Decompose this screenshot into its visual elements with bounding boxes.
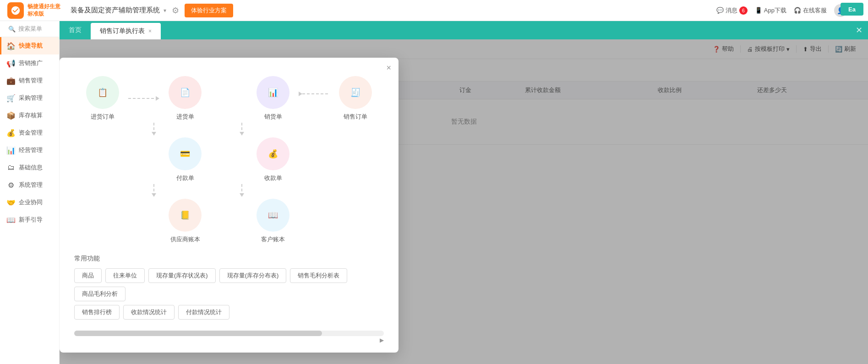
modal-box: × 📋 进货订单 <box>60 58 399 353</box>
logo-icon <box>7 2 24 19</box>
system-icon: ⚙ <box>7 181 15 189</box>
logo-area[interactable]: 畅捷通好生意 标准版 <box>7 2 67 19</box>
basic-icon: 🗂 <box>7 163 15 172</box>
common-btn-sales-rank[interactable]: 销售排行榜 <box>74 305 120 320</box>
settings-icon[interactable]: ⚙ <box>172 5 179 16</box>
arrow-down-sales-bill <box>225 123 258 136</box>
svg-text:📋: 📋 <box>98 87 108 98</box>
flow-node-receipt-bill[interactable]: 💰 收款单 <box>257 137 289 182</box>
dropdown-icon[interactable]: ▾ <box>164 7 166 14</box>
finance-icon: 💰 <box>7 129 15 137</box>
modal-scrollbar-thumb <box>74 331 322 336</box>
svg-text:💰: 💰 <box>268 149 278 159</box>
svg-text:💳: 💳 <box>180 149 191 159</box>
common-btn-receipt-stats[interactable]: 收款情况统计 <box>123 305 175 320</box>
tab-home[interactable]: 首页 <box>60 21 91 39</box>
main-area: 首页 销售订单执行表 × ✕ ❓ 帮助 🖨 按模板打印 ▾ ⬆ 导出 <box>60 21 868 364</box>
scroll-arrow-right: ▶ <box>74 337 384 343</box>
svg-text:📄: 📄 <box>180 87 191 98</box>
sidebar-item-guide[interactable]: 📖 新手引导 <box>0 211 59 228</box>
headset-icon: 🎧 <box>794 7 801 14</box>
common-btn-payment-stats[interactable]: 付款情况统计 <box>178 305 229 320</box>
search-menu[interactable]: 🔍 搜索菜单 <box>0 21 59 37</box>
modal-close-button[interactable]: × <box>386 63 391 73</box>
tab-sales-order-exec[interactable]: 销售订单执行表 × <box>91 23 161 39</box>
page-content: ❓ 帮助 🖨 按模板打印 ▾ ⬆ 导出 🔄 刷新 <box>60 39 868 364</box>
common-btn-goods-gross[interactable]: 商品毛利分析 <box>74 287 126 301</box>
purchase-icon: 🛒 <box>7 94 15 102</box>
header-right: 💬 消息 6 📱 App下载 🎧 在线客服 👤 用友 Ea <box>716 4 861 17</box>
online-service-button[interactable]: 🎧 在线客服 <box>794 6 827 15</box>
logo-text: 畅捷通好生意 标准版 <box>27 3 60 17</box>
sidebar-item-operations[interactable]: 📊 经营管理 <box>0 141 59 159</box>
common-btn-stock-dist[interactable]: 现存量(库存分布表) <box>219 268 287 283</box>
sidebar-item-marketing[interactable]: 📢 营销推广 <box>0 54 59 72</box>
search-icon: 🔍 <box>8 26 16 33</box>
flow-node-purchase-bill[interactable]: 📄 进货单 <box>169 76 202 121</box>
svg-text:📊: 📊 <box>268 87 278 98</box>
message-icon: 💬 <box>716 7 724 14</box>
arrow-purchase-order-to-bill <box>128 96 159 101</box>
sidebar: 🔍 搜索菜单 🏠 快捷导航 📢 营销推广 💼 销售管理 🛒 采购管理 📦 库存核… <box>0 21 60 364</box>
enterprise-icon: 🤝 <box>7 198 15 206</box>
header: 畅捷通好生意 标准版 装备及固定资产辅助管理系统 ▾ ⚙ 体验行业方案 💬 消息… <box>0 0 868 21</box>
arrow-down-receipt <box>225 184 258 197</box>
arrow-down-purchase-bill <box>137 123 170 136</box>
sidebar-item-system[interactable]: ⚙ 系统管理 <box>0 176 59 194</box>
ea-badge: Ea <box>841 3 863 16</box>
tab-close-icon[interactable]: × <box>148 28 152 34</box>
flow-node-supplier-ledger[interactable]: 📒 供应商账本 <box>169 199 202 244</box>
modal-overlay[interactable]: × 📋 进货订单 <box>60 39 868 364</box>
sidebar-item-purchase[interactable]: 🛒 采购管理 <box>0 89 59 107</box>
flow-node-sales-bill[interactable]: 📊 销货单 <box>257 76 289 121</box>
sidebar-item-quick-nav[interactable]: 🏠 快捷导航 <box>0 37 59 54</box>
common-buttons-row1: 商品 往来单位 现存量(库存状况表) 现存量(库存分布表) 销售毛利分析表 商品… <box>74 268 384 301</box>
modal-scrollbar[interactable] <box>74 331 384 336</box>
tab-bar: 首页 销售订单执行表 × ✕ <box>60 21 868 39</box>
sidebar-item-inventory[interactable]: 📦 库存核算 <box>0 107 59 124</box>
arrow-sales-order-to-bill <box>299 92 330 96</box>
common-buttons-row2: 销售排行榜 收款情况统计 付款情况统计 <box>74 305 384 320</box>
common-functions-title: 常用功能 <box>74 255 384 263</box>
sidebar-item-sales[interactable]: 💼 销售管理 <box>0 72 59 89</box>
common-functions-section: 常用功能 商品 往来单位 现存量(库存状况表) 现存量(库存分布表) 销售毛利分… <box>74 247 384 323</box>
common-btn-partners[interactable]: 往来单位 <box>105 268 145 283</box>
ops-icon: 📊 <box>7 146 15 154</box>
sidebar-item-basic[interactable]: 🗂 基础信息 <box>0 159 59 176</box>
common-btn-goods[interactable]: 商品 <box>74 268 102 283</box>
flow-node-sales-order[interactable]: 🧾 销售订单 <box>339 76 372 121</box>
system-name: 装备及固定资产辅助管理系统 <box>71 6 160 15</box>
system-title: 装备及固定资产辅助管理系统 ▾ ⚙ 体验行业方案 <box>71 4 716 17</box>
sales-icon: 💼 <box>7 76 15 85</box>
download-icon: 📱 <box>755 7 762 14</box>
trial-button[interactable]: 体验行业方案 <box>185 4 233 17</box>
guide-icon: 📖 <box>7 216 15 224</box>
common-btn-stock-status[interactable]: 现存量(库存状况表) <box>148 268 216 283</box>
marketing-icon: 📢 <box>7 59 15 67</box>
flow-node-payment-bill[interactable]: 💳 付款单 <box>169 137 202 182</box>
flow-node-purchase-order[interactable]: 📋 进货订单 <box>86 76 119 121</box>
sidebar-item-enterprise[interactable]: 🤝 企业协同 <box>0 194 59 211</box>
sidebar-item-finance[interactable]: 💰 资金管理 <box>0 124 59 141</box>
home-icon: 🏠 <box>7 42 15 50</box>
app-download-button[interactable]: 📱 App下载 <box>755 6 786 15</box>
main-close-icon[interactable]: ✕ <box>856 25 863 35</box>
message-badge: 6 <box>739 6 748 15</box>
common-btn-sales-gross[interactable]: 销售毛利分析表 <box>290 268 347 283</box>
message-button[interactable]: 💬 消息 6 <box>716 6 748 15</box>
svg-text:📖: 📖 <box>268 210 278 220</box>
flow-node-customer-ledger[interactable]: 📖 客户账本 <box>257 199 289 244</box>
svg-text:📒: 📒 <box>180 210 191 220</box>
arrow-down-payment <box>137 184 170 197</box>
svg-text:🧾: 🧾 <box>350 87 361 98</box>
inventory-icon: 📦 <box>7 111 15 120</box>
